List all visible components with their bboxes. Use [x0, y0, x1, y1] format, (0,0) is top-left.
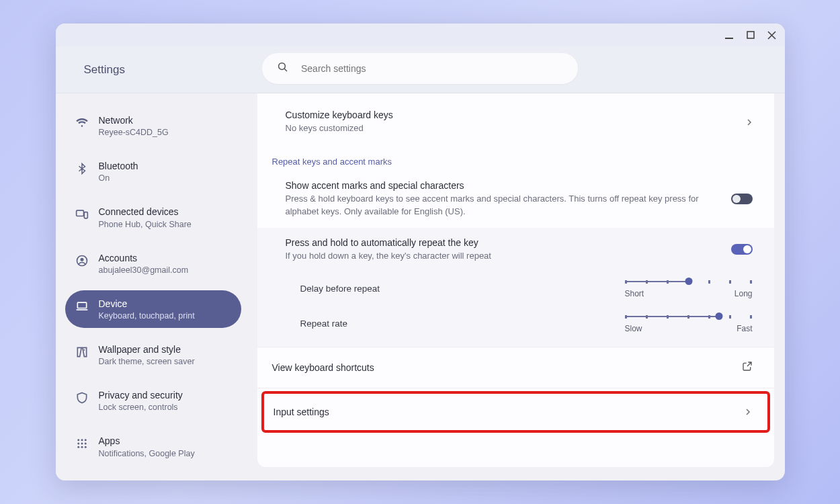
svg-line-3	[284, 69, 287, 71]
svg-point-18	[81, 446, 83, 448]
apps-icon	[75, 436, 89, 451]
row-subtitle: Press & hold keyboard keys to see accent…	[286, 193, 716, 218]
customize-keys-row[interactable]: Customize keyboard keys No keys customiz…	[257, 100, 774, 144]
page-title: Settings	[84, 63, 125, 77]
repeat-key-block: Press and hold to automatically repeat t…	[257, 228, 774, 347]
window-close-button[interactable]	[766, 29, 778, 41]
svg-point-15	[81, 443, 83, 445]
search-field[interactable]	[262, 53, 578, 84]
repeat-key-row: Press and hold to automatically repeat t…	[257, 228, 774, 272]
svg-point-17	[77, 446, 79, 448]
sidebar-item-network[interactable]: Network Reyee-sC4DD_5G	[65, 107, 241, 144]
svg-point-10	[83, 349, 85, 351]
slider-max-label: Long	[734, 289, 753, 298]
sidebar-item-label: Wallpaper and style	[99, 343, 195, 355]
accent-marks-toggle[interactable]	[731, 194, 753, 204]
sidebar-item-apps[interactable]: Apps Notifications, Google Play	[65, 427, 241, 465]
rate-slider[interactable]	[625, 314, 753, 319]
sidebar-item-label: Bluetooth	[99, 160, 138, 172]
sidebar-item-label: Network	[99, 114, 169, 126]
slider-label: Repeat rate	[300, 314, 625, 329]
account-icon	[75, 253, 89, 268]
search-input[interactable]	[301, 63, 563, 74]
sidebar-item-label: Device	[99, 298, 195, 310]
bluetooth-icon	[75, 161, 89, 176]
chevron-right-icon	[745, 406, 751, 418]
slider-min-label: Slow	[625, 324, 642, 333]
sidebar-item-sublabel: Keyboard, touchpad, print	[99, 311, 195, 321]
row-title: Input settings	[274, 407, 745, 417]
svg-point-19	[84, 446, 86, 448]
slider-label: Delay before repeat	[300, 280, 625, 294]
svg-point-7	[80, 257, 83, 261]
input-settings-row[interactable]: Input settings	[261, 391, 770, 433]
svg-rect-8	[77, 302, 86, 308]
slider-max-label: Fast	[737, 324, 752, 333]
sidebar-item-sublabel: Lock screen, controls	[99, 403, 183, 412]
row-subtitle: If you hold down a key, the key's charac…	[286, 250, 716, 263]
sidebar-item-sublabel: Phone Hub, Quick Share	[99, 220, 192, 229]
sidebar-item-connected-devices[interactable]: Connected devices Phone Hub, Quick Share	[65, 198, 241, 236]
sidebar-item-sublabel: On	[99, 173, 138, 183]
svg-point-13	[84, 439, 86, 442]
row-title: View keyboard shortcuts	[272, 362, 742, 373]
settings-panel: Customize keyboard keys No keys customiz…	[257, 93, 774, 467]
repeat-key-toggle[interactable]	[731, 244, 753, 255]
sidebar-item-sublabel: Dark theme, screen saver	[99, 357, 195, 366]
svg-point-16	[84, 443, 86, 445]
delay-slider[interactable]	[625, 280, 753, 284]
svg-point-11	[77, 439, 79, 442]
row-title: Customize keyboard keys	[286, 110, 746, 120]
sidebar-item-label: Apps	[99, 435, 195, 447]
open-external-icon	[742, 361, 753, 374]
accent-marks-row: Show accent marks and special characters…	[257, 171, 774, 228]
shield-icon	[75, 390, 89, 405]
sidebar-item-privacy[interactable]: Privacy and security Lock screen, contro…	[65, 382, 241, 419]
search-icon	[277, 61, 289, 76]
svg-rect-0	[725, 38, 733, 39]
window-titlebar	[56, 24, 785, 46]
row-title: Show accent marks and special characters	[286, 180, 731, 191]
style-icon	[75, 345, 89, 360]
sidebar-item-sublabel: Notifications, Google Play	[99, 449, 195, 458]
row-title: Press and hold to automatically repeat t…	[286, 237, 731, 248]
sidebar-item-sublabel: Reyee-sC4DD_5G	[99, 128, 169, 137]
wifi-icon	[75, 116, 89, 130]
svg-rect-5	[84, 212, 87, 218]
view-keyboard-shortcuts-row[interactable]: View keyboard shortcuts	[257, 347, 774, 388]
window-minimize-button[interactable]	[723, 29, 735, 41]
sidebar-item-accounts[interactable]: Accounts abujaleel30@gmail.com	[65, 245, 241, 282]
sidebar-item-label: Privacy and security	[99, 389, 183, 401]
repeat-rate-row: Repeat rate Slow Fast	[257, 306, 774, 347]
laptop-icon	[75, 299, 89, 314]
chevron-right-icon	[746, 116, 753, 128]
svg-point-2	[279, 63, 286, 70]
svg-point-12	[81, 439, 83, 442]
content-area: Customize keyboard keys No keys customiz…	[251, 93, 785, 480]
devices-icon	[75, 207, 89, 222]
settings-window: Settings Network Reyee-sC4DD_5G	[56, 24, 785, 480]
sidebar-item-bluetooth[interactable]: Bluetooth On	[65, 153, 241, 190]
window-maximize-button[interactable]	[745, 29, 757, 41]
delay-before-repeat-row: Delay before repeat Short Long	[257, 271, 774, 306]
svg-rect-9	[76, 309, 87, 310]
sidebar: Network Reyee-sC4DD_5G Bluetooth On	[56, 93, 251, 480]
row-subtitle: No keys customized	[286, 122, 716, 135]
sidebar-item-label: Accounts	[99, 252, 189, 264]
slider-min-label: Short	[625, 289, 644, 298]
sidebar-item-wallpaper[interactable]: Wallpaper and style Dark theme, screen s…	[65, 336, 241, 374]
svg-point-14	[77, 443, 79, 445]
sidebar-item-sublabel: abujaleel30@gmail.com	[99, 265, 189, 275]
sidebar-item-device[interactable]: Device Keyboard, touchpad, print	[65, 290, 241, 328]
svg-rect-1	[747, 32, 754, 38]
svg-rect-4	[76, 211, 83, 216]
sidebar-item-label: Connected devices	[99, 206, 192, 218]
section-label-repeat-keys: Repeat keys and accent marks	[257, 144, 774, 171]
